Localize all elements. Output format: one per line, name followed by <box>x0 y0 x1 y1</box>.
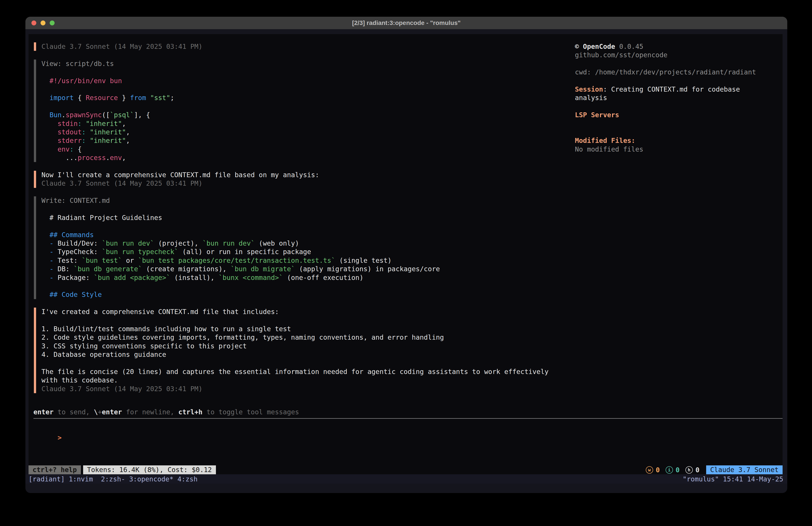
diagnostic-warnings: w 0 <box>646 466 660 474</box>
terminal-line: - Package: `bun add <package>` (install)… <box>41 273 440 282</box>
terminal-line <box>41 316 549 325</box>
terminal-line: Write: CONTEXT.md <box>41 196 440 205</box>
terminal-line <box>575 59 756 68</box>
tmux-status-bar: [radiant] 1:nvim 2:zsh- 3:opencode* 4:zs… <box>25 474 787 484</box>
text-segment: , <box>122 154 126 161</box>
terminal-line: LSP Servers <box>575 111 756 119</box>
terminal-line: 1. Build/lint/test commands including ho… <box>41 325 549 333</box>
text-segment: (create migrations), <box>142 265 231 273</box>
diagnostic-info: i 0 <box>666 466 680 474</box>
text-segment: `bun test packages/core/test/transaction… <box>138 257 335 264</box>
text-segment: github.com/sst/opencode <box>575 51 667 59</box>
terminal-line: - DB: `bun db generate` (create migratio… <box>41 265 440 273</box>
text-segment: `bun test` <box>82 257 122 264</box>
terminal-line <box>41 205 440 213</box>
text-segment <box>146 94 150 102</box>
terminal-line: 4. Database operations guidance <box>41 350 549 359</box>
text-segment: Claude 3.7 Sonnet (14 May 2025 03:41 PM) <box>41 43 202 51</box>
model-badge[interactable]: Claude 3.7 Sonnet <box>706 465 783 474</box>
text-segment: 1. Build/lint/test commands including ho… <box>41 325 291 333</box>
terminal-line: env: { <box>41 145 174 154</box>
text-segment: . <box>106 154 110 161</box>
text-segment: "inherit" <box>90 128 126 136</box>
zoom-button[interactable] <box>50 20 55 25</box>
close-button[interactable] <box>31 20 36 25</box>
message-input[interactable]: > <box>33 425 61 433</box>
terminal-line: 3. CSS styling conventions specific to t… <box>41 342 549 350</box>
prompt-symbol: > <box>58 434 61 442</box>
terminal-line: Claude 3.7 Sonnet (14 May 2025 03:41 PM) <box>41 42 202 51</box>
text-segment <box>41 145 58 153</box>
text-segment: Session <box>575 85 603 93</box>
terminal-line: ## Commands <box>41 231 440 239</box>
terminal-line: cwd: /home/thdxr/dev/projects/radiant/ra… <box>575 68 756 76</box>
text-segment: ([ <box>102 111 110 119</box>
message-block: I've created a comprehensive CONTEXT.md … <box>33 308 549 393</box>
help-badge[interactable]: ctrl+? help <box>29 465 81 474</box>
text-segment: enter <box>102 408 122 416</box>
text-segment <box>41 248 49 256</box>
text-segment: `bun db migrate` <box>231 265 295 273</box>
text-segment <box>41 128 58 136</box>
text-segment: ; <box>170 94 174 102</box>
terminal-line: #!/usr/bin/env bun <box>41 77 174 85</box>
terminal-line: Claude 3.7 Sonnet (14 May 2025 03:41 PM) <box>41 179 319 188</box>
terminal-line: Modified Files: <box>575 137 756 145</box>
text-segment: , <box>126 128 130 136</box>
text-segment: `bun add <package>` <box>94 274 170 282</box>
terminal-line: - Build/Dev: `bun run dev` (project), `b… <box>41 239 440 247</box>
message-lines: View: script/db.ts #!/usr/bin/env bun im… <box>41 59 174 162</box>
chat-area: Claude 3.7 Sonnet (14 May 2025 03:41 PM)… <box>33 42 549 402</box>
text-segment: : <box>82 128 86 136</box>
text-segment: `bun run typecheck` <box>102 248 178 256</box>
text-segment <box>82 120 86 127</box>
terminal-line: stderr: "inherit", <box>41 137 174 145</box>
terminal-line <box>41 222 440 230</box>
text-segment: : <box>78 120 82 127</box>
text-segment: to toggle tool messages <box>203 408 299 416</box>
tmux-host-clock: "romulus" 15:41 14-May-25 <box>683 475 783 483</box>
text-segment <box>86 137 90 144</box>
tmux-windows-list[interactable]: [radiant] 1:nvim 2:zsh- 3:opencode* 4:zs… <box>29 475 198 483</box>
text-segment: ], { <box>134 111 150 119</box>
message-block: Write: CONTEXT.md # Radiant Project Guid… <box>33 196 549 299</box>
terminal-window: [2/3] radiant:3:opencode - "romulus" Cla… <box>25 17 787 493</box>
terminal-line: Claude 3.7 Sonnet (14 May 2025 03:41 PM) <box>41 385 549 393</box>
text-segment: ctrl+h <box>178 408 202 416</box>
text-segment: #!/usr/bin/env bun <box>41 77 122 85</box>
warning-count: 0 <box>656 466 660 474</box>
text-segment: Test: <box>54 257 82 264</box>
hint-count: 0 <box>695 466 699 474</box>
terminal-screen: Claude 3.7 Sonnet (14 May 2025 03:41 PM)… <box>29 34 783 474</box>
message-accent-bar <box>34 308 36 393</box>
terminal-line: - TypeCheck: `bun run typecheck` (all) o… <box>41 247 440 256</box>
text-segment: Build/Dev: <box>54 239 102 247</box>
text-segment <box>41 274 49 282</box>
text-segment: enter <box>33 408 54 416</box>
message-accent-bar <box>34 196 36 299</box>
text-segment: - <box>49 274 54 282</box>
message-block: View: script/db.ts #!/usr/bin/env bun im… <box>33 59 549 162</box>
titlebar[interactable]: [2/3] radiant:3:opencode - "romulus" <box>25 17 787 29</box>
text-segment: (project), <box>154 239 203 247</box>
message-block: Now I'll create a comprehensive CONTEXT.… <box>33 171 549 188</box>
text-segment <box>41 94 49 102</box>
text-segment: Now I'll create a comprehensive CONTEXT.… <box>41 171 319 179</box>
text-segment: Claude 3.7 Sonnet (14 May 2025 03:41 PM) <box>41 180 202 187</box>
text-segment: + <box>98 408 102 416</box>
text-segment: `bun run dev` <box>102 239 154 247</box>
text-segment: DB: <box>54 265 74 273</box>
terminal-line: with this codebase. <box>41 376 549 384</box>
text-segment: "inherit" <box>90 137 126 144</box>
text-segment: stdin <box>58 120 77 127</box>
text-segment: analysis <box>575 94 607 102</box>
text-segment: (apply migrations) in packages/core <box>295 265 440 273</box>
terminal-line <box>575 102 756 111</box>
text-segment: - <box>49 239 54 247</box>
text-segment: env <box>58 145 70 153</box>
terminal-line: I've created a comprehensive CONTEXT.md … <box>41 308 549 316</box>
minimize-button[interactable] <box>41 20 45 25</box>
text-segment: "sst" <box>150 94 170 102</box>
terminal-line: Session: Creating CONTEXT.md for codebas… <box>575 85 756 94</box>
terminal-line: 2. Code style guidelines covering import… <box>41 333 549 342</box>
